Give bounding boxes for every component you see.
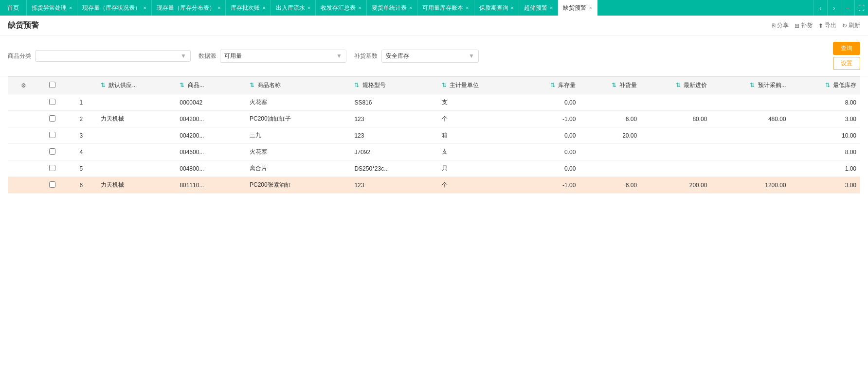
row-check-1[interactable]: [39, 111, 66, 127]
page-header: 缺货预警 ⎘ 分享 ⊞ 补货 ⬆ 导出 ↻ 刷新: [0, 16, 868, 36]
nav-maximize-btn[interactable]: ⛶: [854, 0, 868, 16]
row-check-5[interactable]: [39, 177, 66, 194]
row-minstock-1: 3.00: [790, 111, 860, 127]
select-all-checkbox[interactable]: [49, 82, 55, 88]
datasource-select[interactable]: 可用量 ▼: [220, 50, 346, 63]
tab-8[interactable]: 可用量库存账本 ×: [417, 0, 474, 16]
close-tab-9[interactable]: ×: [511, 5, 514, 11]
sort-supplier-icon: ⇅: [101, 82, 106, 88]
nav-minimize-btn[interactable]: −: [841, 0, 854, 16]
close-tab-6[interactable]: ×: [358, 5, 361, 11]
tab-10[interactable]: 超储预警 ×: [519, 0, 558, 16]
sort-stock-icon: ⇅: [550, 82, 555, 88]
row-checkbox-3[interactable]: [49, 148, 55, 155]
row-purchase-2: [711, 127, 790, 144]
row-check-2[interactable]: [39, 127, 66, 144]
table-row: 1 0000042 火花塞 SS816 支 0.00 8.00: [8, 94, 860, 111]
row-check-3[interactable]: [39, 144, 66, 160]
row-checkbox-5[interactable]: [49, 181, 55, 188]
settings-button[interactable]: 设置: [833, 57, 860, 70]
row-checkbox-2[interactable]: [49, 132, 55, 138]
row-purchase-0: [711, 94, 790, 111]
row-checkbox-0[interactable]: [49, 99, 55, 105]
sort-price-icon: ⇅: [676, 82, 681, 88]
query-button[interactable]: 查询: [833, 42, 860, 55]
row-checkbox-1[interactable]: [49, 115, 55, 122]
row-minstock-0: 8.00: [790, 94, 860, 111]
close-tab-7[interactable]: ×: [409, 5, 412, 11]
replenish-base-value: 安全库存: [386, 52, 467, 60]
sort-code-icon: ⇅: [180, 82, 184, 88]
row-num-2: 3: [65, 127, 97, 144]
page-container: 缺货预警 ⎘ 分享 ⊞ 补货 ⬆ 导出 ↻ 刷新 商品分类: [0, 16, 868, 387]
col-header-check[interactable]: [39, 77, 66, 94]
tab-9[interactable]: 保质期查询 ×: [474, 0, 519, 16]
table-header-row: ⚙ ⇅ 默认供应... ⇅ 商品... ⇅: [8, 77, 860, 94]
row-price-5: 200.00: [641, 177, 711, 194]
row-settings-4: [8, 160, 39, 177]
table-row: 4 004600... 火花塞 J7092 支 0.00 8.00: [8, 144, 860, 160]
row-stock-1: -1.00: [519, 111, 580, 127]
row-checkbox-4[interactable]: [49, 165, 55, 171]
row-purchase-1: 480.00: [711, 111, 790, 127]
row-unit-5: 个: [438, 177, 519, 194]
close-tab-4[interactable]: ×: [262, 5, 265, 11]
col-header-minstock[interactable]: ⇅ 最低库存: [790, 77, 860, 94]
tab-4[interactable]: 库存批次账 ×: [226, 0, 271, 16]
refresh-icon: ↻: [842, 22, 847, 29]
tab-7[interactable]: 要货单统计表 ×: [367, 0, 417, 16]
col-header-replenish[interactable]: ⇅ 补货量: [579, 77, 641, 94]
col-header-spec[interactable]: ⇅ 规格型号: [350, 77, 438, 94]
share-button[interactable]: ⎘ 分享: [772, 21, 789, 30]
replenish-base-select[interactable]: 安全库存 ▼: [381, 50, 479, 63]
col-header-stock[interactable]: ⇅ 库存量: [519, 77, 580, 94]
row-replenish-3: [579, 144, 641, 160]
row-supplier-1: 力天机械: [97, 111, 176, 127]
tab-2[interactable]: 现存量（库存状况表） ×: [77, 0, 151, 16]
settings-gear-icon[interactable]: ⚙: [18, 81, 28, 90]
row-spec-2: 123: [350, 127, 438, 144]
col-header-price[interactable]: ⇅ 最新进价: [641, 77, 711, 94]
close-tab-11[interactable]: ×: [589, 5, 592, 11]
category-select[interactable]: ▼: [35, 50, 191, 62]
replenish-button[interactable]: ⊞ 补货: [795, 21, 813, 30]
col-header-settings[interactable]: ⚙: [8, 77, 39, 94]
export-button[interactable]: ⬆ 导出: [818, 21, 836, 30]
close-tab-8[interactable]: ×: [466, 5, 469, 11]
col-header-purchase[interactable]: ⇅ 预计采购...: [711, 77, 790, 94]
row-price-3: [641, 144, 711, 160]
nav-next-btn[interactable]: ›: [827, 0, 841, 16]
tab-11[interactable]: 缺货预警 ×: [558, 0, 597, 16]
sort-spec-icon: ⇅: [354, 82, 359, 88]
tab-3[interactable]: 现存量（库存分布表） ×: [152, 0, 226, 16]
top-nav: 首页 拣货异常处理 × 现存量（库存状况表） × 现存量（库存分布表） × 库存…: [0, 0, 868, 16]
col-header-unit[interactable]: ⇅ 主计量单位: [438, 77, 519, 94]
close-tab-5[interactable]: ×: [307, 5, 310, 11]
row-num-4: 5: [65, 160, 97, 177]
tab-6[interactable]: 收发存汇总表 ×: [316, 0, 366, 16]
close-tab-1[interactable]: ×: [69, 5, 72, 11]
close-tab-3[interactable]: ×: [217, 5, 220, 11]
tab-5[interactable]: 出入库流水 ×: [271, 0, 316, 16]
close-tab-10[interactable]: ×: [550, 5, 553, 11]
table-row: 6 力天机械 801110... PC200张紧油缸 123 个 -1.00 6…: [8, 177, 860, 194]
sort-minstock-icon: ⇅: [825, 82, 830, 88]
tab-1[interactable]: 拣货异常处理 ×: [27, 0, 77, 16]
row-num-0: 1: [65, 94, 97, 111]
row-check-0[interactable]: [39, 94, 66, 111]
tab-home[interactable]: 首页: [0, 0, 27, 16]
row-name-2: 三九: [246, 127, 350, 144]
close-tab-2[interactable]: ×: [143, 5, 146, 11]
category-label: 商品分类: [8, 52, 31, 60]
row-purchase-3: [711, 144, 790, 160]
col-header-supplier[interactable]: ⇅ 默认供应...: [97, 77, 176, 94]
nav-prev-btn[interactable]: ‹: [814, 0, 827, 16]
row-check-4[interactable]: [39, 160, 66, 177]
replenish-base-label: 补货基数: [354, 52, 378, 60]
col-header-code[interactable]: ⇅ 商品...: [176, 77, 246, 94]
refresh-button[interactable]: ↻ 刷新: [842, 21, 860, 30]
replenish-base-filter-group: 补货基数 安全库存 ▼: [354, 50, 479, 63]
row-unit-0: 支: [438, 94, 519, 111]
col-header-name[interactable]: ⇅ 商品名称: [246, 77, 350, 94]
row-purchase-5: 1200.00: [711, 177, 790, 194]
